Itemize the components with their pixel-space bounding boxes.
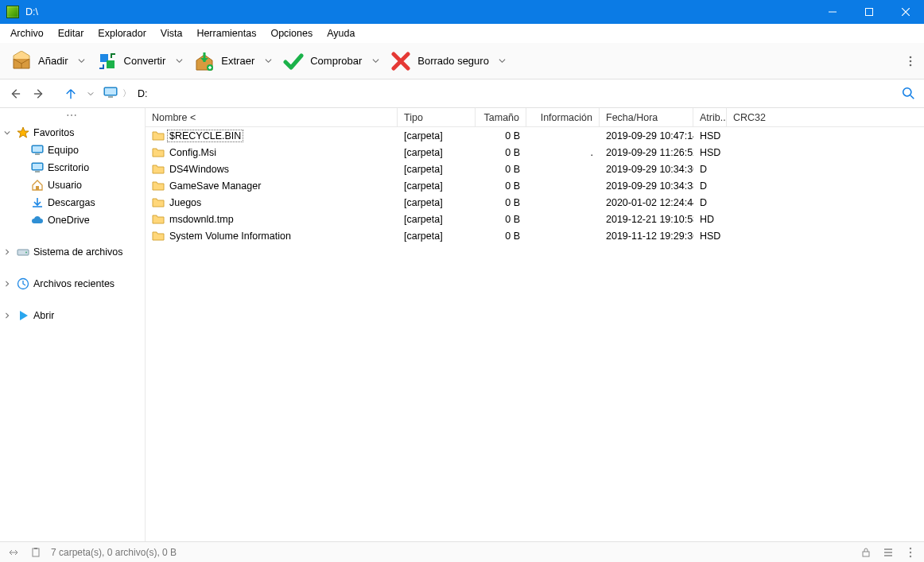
- lock-icon[interactable]: [859, 545, 873, 560]
- clock-icon: [17, 277, 29, 290]
- toolbar-overflow-button[interactable]: [902, 47, 919, 76]
- chevron-right-icon[interactable]: [2, 281, 13, 287]
- table-row[interactable]: Config.Msi[carpeta]0 B.2019-09-29 11:26:…: [146, 144, 924, 161]
- menu-editar[interactable]: Editar: [51, 25, 91, 41]
- sidebar-recent[interactable]: Archivos recientes: [0, 275, 145, 293]
- close-button[interactable]: [887, 0, 924, 24]
- table-row[interactable]: System Volume Information[carpeta]0 B201…: [146, 227, 924, 244]
- sidebar-recent-label: Archivos recientes: [33, 278, 115, 289]
- verify-button[interactable]: Comprobar: [277, 47, 368, 76]
- column-info[interactable]: Información: [526, 108, 600, 126]
- add-dropdown[interactable]: [75, 47, 89, 76]
- cell-date: 2019-09-29 10:34:36: [600, 164, 693, 175]
- convert-icon: [97, 51, 118, 72]
- sidebar-item-escritorio[interactable]: Escritorio: [0, 159, 145, 176]
- cell-name: DS4Windows: [146, 164, 398, 175]
- chevron-right-icon[interactable]: [2, 249, 13, 255]
- menu-vista[interactable]: Vista: [153, 25, 190, 41]
- table-row[interactable]: DS4Windows[carpeta]0 B2019-09-29 10:34:3…: [146, 161, 924, 177]
- resize-icon[interactable]: [6, 545, 21, 560]
- svg-point-8: [903, 88, 910, 96]
- column-name[interactable]: Nombre <: [146, 108, 398, 126]
- cell-size: 0 B: [476, 231, 526, 242]
- cell-type: [carpeta]: [398, 180, 476, 192]
- menu-explorador[interactable]: Explorador: [91, 25, 153, 41]
- app-icon: [6, 6, 19, 18]
- sidebar: ⋯ Favoritos Equipo Escritorio Usuario De…: [0, 108, 146, 541]
- breadcrumb-path[interactable]: D:: [136, 87, 149, 101]
- cell-date: 2019-11-12 19:29:36: [600, 231, 693, 242]
- wipe-dropdown[interactable]: [495, 47, 510, 76]
- back-button[interactable]: [5, 83, 25, 104]
- history-dropdown[interactable]: [84, 83, 97, 104]
- home-icon: [31, 179, 44, 192]
- sidebar-item-label: Escritorio: [48, 162, 89, 173]
- menu-ayuda[interactable]: Ayuda: [320, 25, 362, 41]
- wipe-button[interactable]: Borrado seguro: [384, 47, 495, 76]
- breadcrumb[interactable]: 〉 D:: [100, 87, 894, 101]
- table-row[interactable]: msdownld.tmp[carpeta]0 B2019-12-21 19:10…: [146, 211, 924, 227]
- column-date[interactable]: Fecha/Hora: [600, 108, 693, 126]
- extract-button[interactable]: Extraer: [188, 47, 261, 76]
- cell-type: [carpeta]: [398, 231, 476, 242]
- clipboard-icon[interactable]: [29, 545, 43, 560]
- svg-rect-13: [33, 164, 42, 169]
- monitor-icon: [31, 144, 44, 157]
- column-headers: Nombre < Tipo Tamaño Información Fecha/H…: [146, 108, 924, 127]
- cell-size: 0 B: [476, 164, 526, 175]
- verify-dropdown[interactable]: [368, 47, 382, 76]
- svg-rect-15: [36, 186, 39, 190]
- sidebar-filesystem[interactable]: Sistema de archivos: [0, 243, 145, 261]
- extract-dropdown[interactable]: [261, 47, 275, 76]
- cell-size: 0 B: [476, 147, 526, 158]
- sidebar-item-descargas[interactable]: Descargas: [0, 194, 145, 211]
- up-button[interactable]: [60, 83, 81, 104]
- cell-size: 0 B: [476, 180, 526, 192]
- svg-rect-11: [35, 153, 40, 155]
- sidebar-item-usuario[interactable]: Usuario: [0, 176, 145, 194]
- column-attr[interactable]: Atrib...: [693, 108, 727, 126]
- cell-date: 2019-09-29 10:47:14: [600, 130, 693, 141]
- sidebar-overflow-icon[interactable]: ⋯: [0, 108, 145, 124]
- menu-opciones[interactable]: Opciones: [263, 25, 320, 41]
- convert-dropdown[interactable]: [172, 47, 186, 76]
- column-crc[interactable]: CRC32: [727, 108, 767, 126]
- sidebar-item-equipo[interactable]: Equipo: [0, 141, 145, 159]
- svg-point-2: [910, 56, 912, 58]
- svg-point-4: [910, 64, 912, 66]
- menu-herramientas[interactable]: Herramientas: [189, 25, 263, 41]
- table-row[interactable]: Juegos[carpeta]0 B2020-01-02 12:24:44D: [146, 194, 924, 211]
- convert-button[interactable]: Convertir: [91, 47, 173, 76]
- sidebar-open[interactable]: Abrir: [0, 307, 145, 324]
- cell-attr: HSD: [693, 231, 727, 242]
- svg-point-3: [910, 60, 912, 62]
- column-type[interactable]: Tipo: [398, 108, 476, 126]
- cell-info: .: [526, 147, 600, 158]
- sidebar-favorites[interactable]: Favoritos: [0, 124, 145, 141]
- cell-name: $RECYCLE.BIN: [146, 130, 398, 142]
- wipe-label: Borrado seguro: [417, 55, 489, 67]
- maximize-button[interactable]: [851, 0, 887, 24]
- search-button[interactable]: [897, 83, 919, 105]
- table-row[interactable]: GameSave Manager[carpeta]0 B2019-09-29 1…: [146, 177, 924, 194]
- cell-attr: D: [693, 197, 727, 208]
- svg-rect-20: [34, 548, 37, 549]
- add-button[interactable]: Añadir: [5, 47, 75, 76]
- cell-size: 0 B: [476, 130, 526, 141]
- table-row[interactable]: $RECYCLE.BIN[carpeta]0 B2019-09-29 10:47…: [146, 127, 924, 144]
- cell-name: msdownld.tmp: [146, 214, 398, 225]
- list-view-icon[interactable]: [881, 545, 895, 560]
- cell-attr: HD: [693, 214, 727, 225]
- sidebar-item-onedrive[interactable]: OneDrive: [0, 211, 145, 229]
- status-overflow-icon[interactable]: [903, 545, 918, 560]
- chevron-right-icon[interactable]: [2, 312, 13, 319]
- chevron-down-icon[interactable]: [2, 130, 13, 136]
- menu-archivo[interactable]: Archivo: [3, 25, 51, 41]
- verify-label: Comprobar: [310, 55, 362, 67]
- drive-icon: [17, 246, 29, 258]
- minimize-button[interactable]: [814, 0, 851, 24]
- forward-button[interactable]: [29, 83, 49, 104]
- svg-point-17: [25, 252, 27, 254]
- column-size[interactable]: Tamaño: [476, 108, 526, 126]
- statusbar: 7 carpeta(s), 0 archivo(s), 0 B: [0, 541, 924, 562]
